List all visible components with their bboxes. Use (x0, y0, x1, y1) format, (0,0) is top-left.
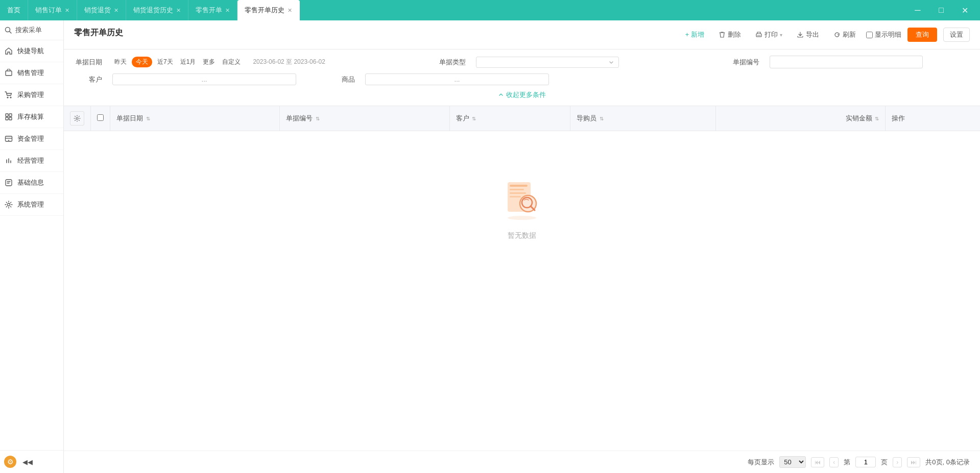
svg-rect-11 (6, 180, 12, 186)
sidebar-item-purchase[interactable]: 采购管理 (0, 84, 63, 106)
pagination: 每页显示 50 100 200 ⏮ ‹ 第 页 › ⏭ 共0页, 0条记录 (64, 451, 980, 473)
svg-point-3 (7, 97, 8, 98)
empty-text: 暂无数据 (508, 231, 536, 240)
window-minimize-button[interactable]: ─ (906, 3, 929, 18)
tab-retail-open-history-label: 零售开单历史 (245, 6, 284, 15)
prev-page-button[interactable]: ‹ (829, 457, 839, 467)
number-filter-input[interactable] (770, 56, 923, 68)
sidebar-settings-button[interactable]: ⚙ (4, 456, 16, 468)
sidebar-item-basic[interactable]: 基础信息 (0, 172, 63, 194)
sidebar-item-system[interactable]: 系统管理 (0, 194, 63, 216)
page-title: 零售开单历史 (74, 28, 123, 45)
sidebar-collapse-button[interactable]: ◀◀ (22, 458, 33, 466)
sidebar-item-operation[interactable]: 经营管理 (0, 150, 63, 172)
search-icon (4, 26, 12, 34)
svg-rect-5 (6, 114, 8, 116)
purchase-icon (4, 90, 13, 99)
page-size-select[interactable]: 50 100 200 (779, 456, 806, 468)
shortcut-more[interactable]: 更多 (201, 57, 217, 67)
chevron-up-icon (498, 92, 504, 98)
top-tab-bar: 首页 销售订单 ✕ 销货退货 ✕ 销货退货历史 ✕ 零售开单 ✕ 零售开单历史 … (0, 0, 980, 20)
sidebar-item-quick-nav[interactable]: 快捷导航 (0, 40, 63, 62)
query-button[interactable]: 查询 (907, 28, 937, 42)
export-button[interactable]: 导出 (793, 28, 823, 41)
page-size-label: 每页显示 (748, 458, 774, 467)
next-page-button[interactable]: › (893, 457, 902, 467)
type-filter-select[interactable] (476, 57, 619, 68)
product-filter-button[interactable]: ... (365, 73, 549, 85)
th-customer[interactable]: 客户 ⇅ (449, 106, 570, 131)
gear-icon (74, 115, 81, 122)
tab-sales-order-close[interactable]: ✕ (65, 8, 69, 13)
basic-icon (4, 178, 13, 187)
last-page-button[interactable]: ⏭ (907, 457, 920, 467)
shortcut-1month[interactable]: 近1月 (178, 57, 198, 67)
svg-point-10 (8, 140, 9, 141)
tab-retail-open-history[interactable]: 零售开单历史 ✕ (237, 0, 300, 20)
svg-rect-19 (510, 192, 526, 194)
sort-date-icon: ⇅ (146, 116, 150, 121)
svg-point-4 (10, 97, 11, 98)
window-close-button[interactable]: ✕ (953, 3, 976, 18)
sidebar-search-label: 搜索采单 (15, 26, 42, 35)
type-filter-label: 单据类型 (438, 58, 466, 67)
th-salesperson[interactable]: 导购员 ⇅ (570, 106, 716, 131)
tab-retail-open-close[interactable]: ✕ (225, 8, 230, 13)
shortcut-yesterday[interactable]: 昨天 (112, 57, 129, 67)
page-number-input[interactable] (855, 457, 876, 467)
sales-icon (4, 68, 13, 78)
first-page-button[interactable]: ⏮ (811, 457, 824, 467)
select-all-checkbox[interactable] (97, 114, 104, 121)
shortcut-today[interactable]: 今天 (132, 57, 152, 67)
sidebar-search[interactable]: 搜索采单 (0, 20, 63, 40)
tab-sales-return-history-close[interactable]: ✕ (176, 8, 181, 13)
window-maximize-button[interactable]: □ (930, 3, 952, 18)
system-icon (4, 200, 13, 209)
collapse-button[interactable]: 收起更多条件 (74, 90, 970, 99)
shortcut-custom[interactable]: 自定义 (220, 57, 243, 67)
display-toggle-checkbox[interactable] (866, 32, 873, 38)
collapse-label: 收起更多条件 (506, 90, 546, 99)
sort-number-icon: ⇅ (316, 116, 320, 121)
sidebar-item-inventory[interactable]: 库存核算 (0, 106, 63, 128)
tab-retail-open-history-close[interactable]: ✕ (288, 8, 292, 13)
tab-sales-return-label: 销货退货 (84, 6, 111, 15)
tab-retail-open[interactable]: 零售开单 ✕ (188, 0, 237, 20)
delete-button[interactable]: 删除 (714, 28, 745, 41)
tab-retail-open-label: 零售开单 (196, 6, 222, 15)
tab-sales-return[interactable]: 销货退货 ✕ (77, 0, 126, 20)
refresh-button[interactable]: 刷新 (829, 28, 860, 41)
th-date[interactable]: 单据日期 ⇅ (110, 106, 280, 131)
sidebar-item-finance[interactable]: 资金管理 (0, 128, 63, 150)
th-date-label: 单据日期 (116, 114, 143, 122)
shortcut-7days[interactable]: 近7天 (155, 57, 175, 67)
sidebar-item-inventory-label: 库存核算 (17, 112, 44, 121)
table-settings-button[interactable] (70, 111, 84, 126)
settings-button[interactable]: 设置 (943, 28, 970, 42)
tab-sales-return-history[interactable]: 销货退货历史 ✕ (126, 0, 188, 20)
display-toggle[interactable]: 显示明细 (866, 30, 901, 39)
export-icon (797, 31, 804, 38)
page-header: 零售开单历史 + 新增 删除 打印 (64, 20, 980, 49)
sidebar-item-purchase-label: 采购管理 (17, 90, 44, 99)
finance-icon (4, 134, 13, 143)
product-filter-label: 商品 (327, 75, 355, 84)
customer-filter-button[interactable]: ... (112, 73, 296, 85)
tab-home[interactable]: 首页 (0, 0, 28, 20)
sidebar-item-sales[interactable]: 销售管理 (0, 62, 63, 84)
tab-sales-order-label: 销售订单 (35, 6, 62, 15)
th-number[interactable]: 单据编号 ⇅ (280, 106, 449, 131)
sort-salesperson-icon: ⇅ (600, 116, 604, 121)
date-range-text: 2023-06-02 至 2023-06-02 (253, 58, 325, 66)
print-button[interactable]: 打印 ▾ (751, 28, 786, 41)
svg-point-15 (508, 216, 536, 220)
tab-sales-return-close[interactable]: ✕ (114, 8, 118, 13)
add-button-label: + 新增 (685, 30, 704, 39)
add-button[interactable]: + 新增 (681, 28, 708, 41)
sidebar-bottom: ⚙ ◀◀ (0, 450, 63, 473)
svg-point-12 (8, 204, 10, 206)
th-salesperson-label: 导购员 (577, 114, 596, 122)
print-chevron-icon[interactable]: ▾ (780, 32, 782, 38)
tab-sales-order[interactable]: 销售订单 ✕ (28, 0, 77, 20)
th-amount[interactable]: 实销金额 ⇅ (716, 106, 886, 131)
